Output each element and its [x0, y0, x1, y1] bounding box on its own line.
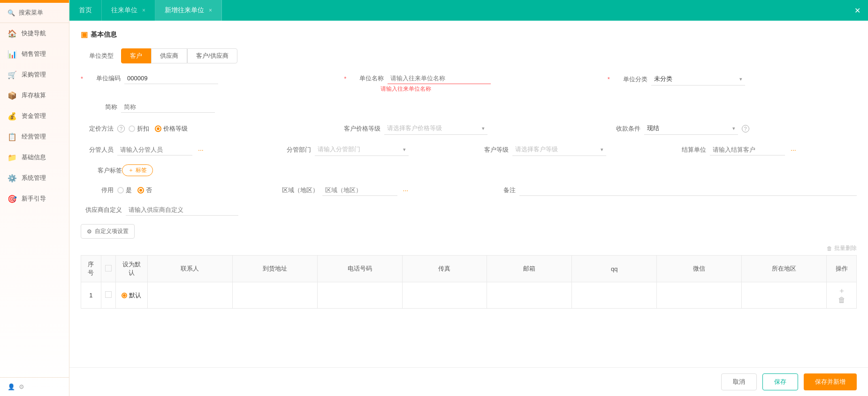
save-and-new-button[interactable]: 保存并新增 [804, 373, 857, 390]
category-select[interactable]: 未分类 ▾ [651, 73, 745, 85]
sidebar-item-label: 基础信息 [22, 153, 46, 162]
pricing-help-icon[interactable]: ? [117, 125, 125, 132]
sidebar-item-label: 库存核算 [22, 91, 46, 100]
cell-region[interactable] [742, 282, 827, 309]
price-level-select[interactable]: 请选择客户价格等级 ▾ [384, 122, 487, 135]
default-radio[interactable] [122, 293, 127, 298]
cell-email[interactable] [487, 282, 572, 309]
manager-input[interactable] [117, 144, 192, 155]
unit-type-supplier-button[interactable]: 供应商 [151, 48, 187, 63]
short-name-field: 简称 [81, 101, 857, 113]
cell-address[interactable] [232, 282, 317, 309]
row-checkbox[interactable] [105, 291, 112, 298]
pricing-discount-radio[interactable] [129, 125, 135, 132]
tab-home[interactable]: 首页 [69, 0, 102, 21]
section-title-basic: ▣ 基本信息 [81, 30, 857, 39]
dept-select[interactable]: 请输入分管部门 ▾ [315, 143, 409, 156]
section-icon: ▣ [81, 30, 88, 39]
disable-region-row: 停用 是 否 区域（地区） ··· 备注 [81, 185, 857, 196]
delete-row-button[interactable]: 🗑 [837, 296, 847, 304]
add-row-button[interactable]: ＋ [837, 287, 847, 295]
unit-type-both-button[interactable]: 客户/供应商 [187, 48, 237, 63]
purchase-icon: 🛒 [8, 70, 17, 79]
cell-row-actions: ＋ 🗑 [827, 282, 857, 309]
add-tag-label: 标签 [136, 166, 147, 174]
email-input[interactable] [491, 292, 568, 299]
disable-no-radio[interactable] [137, 187, 144, 194]
region-input[interactable] [322, 185, 397, 196]
customer-level-select[interactable]: 请选择客户等级 ▾ [512, 143, 606, 156]
save-button[interactable]: 保存 [762, 373, 798, 390]
finance-icon: 💰 [8, 111, 17, 121]
wechat-input[interactable] [661, 292, 738, 299]
settings-icon: ⚙ [87, 228, 92, 235]
disable-no-option[interactable]: 否 [137, 186, 152, 194]
pricing-discount-option[interactable]: 折扣 [129, 124, 149, 133]
search-menu-item[interactable]: 🔍 搜索菜单 [0, 3, 69, 23]
pricing-level-radio[interactable] [155, 125, 161, 132]
code-name-category-row: * 单位编码 * 单位名称 请输入往来单位名称 * 单位分类 未分类 ▾ [81, 73, 857, 93]
tag-label: 客户标签 [84, 166, 122, 175]
tab-new-partner[interactable]: 新增往来单位 × [155, 0, 222, 21]
cell-qq[interactable] [572, 282, 657, 309]
inventory-icon: 📦 [8, 91, 17, 100]
phone-input[interactable] [321, 292, 398, 299]
custom-settings-button[interactable]: ⚙ 自定义项设置 [81, 224, 135, 239]
unit-type-label: 单位类型 [81, 52, 114, 60]
short-name-input[interactable] [121, 101, 215, 113]
sidebar-item-sales[interactable]: 📊 销售管理 [0, 44, 69, 64]
select-all-checkbox[interactable] [105, 265, 112, 272]
remark-input[interactable] [519, 185, 857, 196]
manager-row: 分管人员 ··· 分管部门 请输入分管部门 ▾ 客户等级 请选择客户等级 ▾ 结… [81, 143, 857, 156]
sidebar-item-operation[interactable]: 📋 经营管理 [0, 126, 69, 147]
fax-input[interactable] [406, 292, 483, 299]
cell-fax[interactable] [402, 282, 487, 309]
sidebar-item-inventory[interactable]: 📦 库存核算 [0, 85, 69, 106]
unit-type-customer-button[interactable]: 客户 [121, 48, 151, 63]
settlement-more-button[interactable]: ··· [789, 146, 798, 154]
cell-phone[interactable] [317, 282, 402, 309]
sidebar-item-newbie[interactable]: 🎯 新手引导 [0, 188, 69, 209]
sidebar-item-basic[interactable]: 📁 基础信息 [0, 147, 69, 168]
sidebar-item-purchase[interactable]: 🛒 采购管理 [0, 64, 69, 85]
col-phone: 电话号码 [317, 256, 402, 282]
sidebar-item-system[interactable]: ⚙️ 系统管理 [0, 168, 69, 188]
col-contact: 联系人 [147, 256, 232, 282]
dept-label: 分管部门 [278, 146, 311, 154]
disable-yes-label: 是 [126, 186, 132, 194]
code-label: 单位编码 [88, 74, 121, 83]
add-tag-button[interactable]: ＋ 标签 [122, 164, 153, 176]
tab-partners-close[interactable]: × [142, 7, 145, 14]
system-icon: ⚙️ [8, 173, 17, 183]
address-input[interactable] [236, 292, 313, 299]
name-label: 单位名称 [351, 74, 384, 83]
disable-yes-radio[interactable] [117, 187, 124, 194]
supplier-custom-input[interactable] [126, 204, 238, 216]
code-input[interactable] [124, 73, 218, 84]
cell-contact[interactable] [147, 282, 232, 309]
row-region-input[interactable] [746, 292, 822, 299]
cell-wechat[interactable] [657, 282, 742, 309]
pricing-discount-label: 折扣 [137, 124, 149, 133]
pricing-level-option[interactable]: 价格等级 [155, 124, 188, 133]
payment-select[interactable]: 现结 ▾ [644, 122, 738, 135]
cancel-button[interactable]: 取消 [721, 373, 757, 390]
close-all-tabs-button[interactable]: ✕ [847, 0, 868, 21]
region-more-button[interactable]: ··· [401, 186, 411, 194]
sidebar-item-quick-nav[interactable]: 🏠 快捷导航 [0, 23, 69, 44]
contact-input[interactable] [152, 292, 228, 299]
sidebar-item-label: 资金管理 [22, 112, 46, 120]
category-chevron-icon: ▾ [739, 76, 742, 82]
col-checkbox [101, 256, 115, 282]
settlement-input[interactable] [710, 144, 785, 155]
payment-help-icon[interactable]: ? [742, 125, 749, 132]
manager-more-button[interactable]: ··· [196, 146, 206, 154]
name-input[interactable] [388, 73, 491, 84]
batch-delete-button[interactable]: 🗑 批量删除 [827, 244, 857, 252]
qq-input[interactable] [576, 292, 653, 299]
tab-new-partner-close[interactable]: × [209, 7, 212, 14]
disable-yes-option[interactable]: 是 [117, 186, 132, 194]
customer-level-chevron-icon: ▾ [601, 147, 603, 153]
sidebar-item-finance[interactable]: 💰 资金管理 [0, 106, 69, 126]
tab-partners[interactable]: 往来单位 × [102, 0, 155, 21]
